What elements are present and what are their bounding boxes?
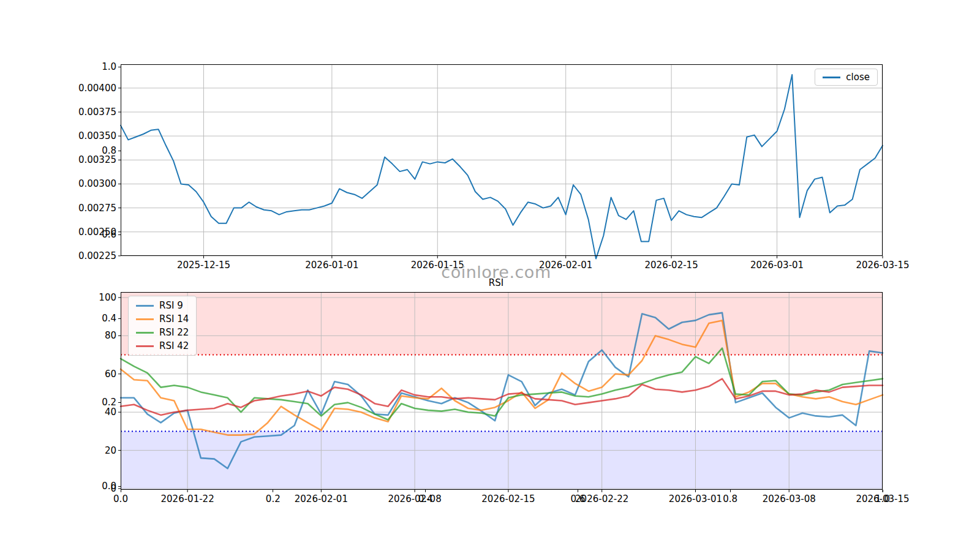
price-chart (121, 64, 883, 256)
rsi-x-tick-label: 2026-02-15 (481, 494, 535, 504)
rsi-y-tick-label: 100 (67, 293, 116, 302)
overlay-x-tick-label: 0.8 (723, 494, 737, 504)
chart-figure: 2025-12-152026-01-012026-01-152026-02-01… (0, 0, 980, 551)
legend-entry-rsi-42: RSI 42 (130, 339, 195, 353)
overlay-y-tick-label: 0.6 (67, 230, 116, 239)
price-x-tick-label: 2026-02-15 (645, 260, 698, 270)
price-y-tick-label: 0.00325 (67, 155, 116, 165)
rsi-x-tick-label: 2026-01-22 (161, 494, 214, 504)
rsi-x-tick-label: 2026-03-01 (669, 494, 722, 504)
price-x-tick-label: 2026-03-01 (750, 260, 804, 270)
price-legend: close (815, 69, 878, 86)
rsi-y-tick-label: 60 (67, 369, 116, 379)
overlay-y-tick (118, 486, 121, 487)
rsi-chart-title: RSI (489, 277, 503, 288)
overlay-y-tick-label: 0.8 (67, 146, 116, 156)
rsi-chart (121, 292, 883, 490)
legend-entry-close: close (816, 70, 876, 84)
rsi-y-tick-label: 80 (67, 331, 116, 340)
price-x-tick-label: 2025-12-15 (177, 260, 230, 270)
overlay-x-tick-label: 0.2 (266, 494, 281, 504)
overlay-y-tick (118, 67, 121, 67)
close-line-swatch (823, 77, 840, 78)
rsi-y-tick-label: 40 (67, 407, 116, 417)
overlay-y-tick-label: 1.0 (67, 62, 116, 72)
overlay-y-tick (118, 234, 121, 235)
rsi-line-swatch (136, 345, 154, 347)
price-y-tick-label: 0.00375 (67, 107, 116, 117)
legend-entry-rsi-14: RSI 14 (130, 312, 195, 326)
overlay-y-tick (118, 318, 121, 319)
price-x-tick-label: 2026-03-15 (856, 260, 909, 270)
rsi-line-swatch (136, 305, 154, 307)
legend-entry-rsi-9: RSI 9 (130, 299, 195, 312)
overlay-x-tick-label: 0.0 (113, 494, 128, 504)
price-y-tick-label: 0.00225 (67, 251, 116, 261)
legend-label: RSI 22 (159, 327, 189, 338)
overlay-x-tick (578, 490, 578, 492)
overlay-y-tick (118, 151, 121, 151)
price-y-tick-label: 0.00300 (67, 179, 116, 189)
overlay-y-tick-label: 0.4 (67, 313, 116, 323)
overlay-y-tick-label: 0.2 (67, 397, 116, 407)
rsi-line-swatch (136, 318, 154, 320)
rsi-x-tick-label: 2026-02-08 (388, 494, 442, 504)
price-y-tick-label: 0.00275 (67, 203, 116, 213)
overlay-x-tick (883, 490, 883, 492)
overlay-x-tick-label: 0.4 (418, 494, 433, 504)
legend-label: RSI 42 (159, 340, 189, 351)
overlay-x-tick (425, 490, 426, 492)
legend-entry-rsi-22: RSI 22 (130, 326, 195, 339)
rsi-x-tick-label: 2026-03-08 (763, 494, 816, 504)
legend-label: RSI 9 (159, 300, 183, 311)
overlay-x-tick (730, 490, 731, 492)
rsi-x-tick-label: 2026-02-01 (295, 494, 348, 504)
rsi-y-tick-label: 20 (67, 446, 116, 455)
overlay-x-tick-label: 1.0 (875, 494, 890, 504)
price-y-tick-label: 0.00400 (67, 83, 116, 93)
price-x-tick-label: 2026-01-01 (305, 260, 358, 270)
overlay-y-tick (118, 402, 121, 403)
rsi-line-swatch (136, 332, 154, 334)
legend-label-close: close (846, 72, 870, 83)
legend-label: RSI 14 (159, 313, 189, 324)
overlay-y-tick-label: 0.0 (67, 481, 116, 491)
price-y-tick-label: 0.00350 (67, 131, 116, 141)
overlay-x-tick (273, 490, 273, 492)
overlay-x-tick (121, 490, 121, 492)
rsi-legend: RSI 9RSI 14RSI 22RSI 42 (128, 296, 197, 356)
overlay-x-tick-label: 0.6 (570, 494, 585, 504)
